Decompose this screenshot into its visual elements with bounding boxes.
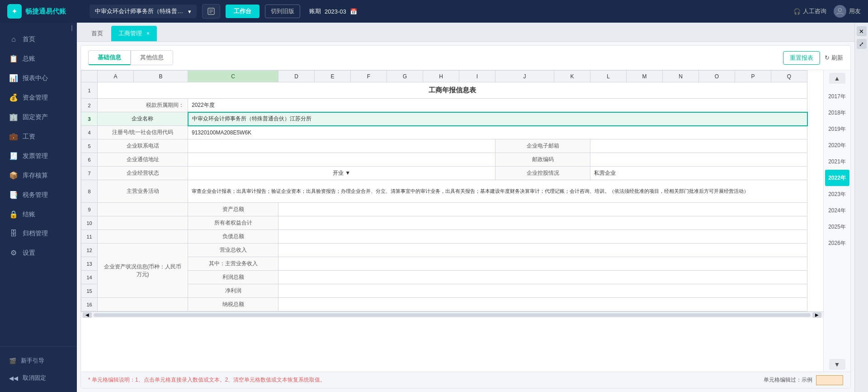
col-header-m[interactable]: M bbox=[627, 71, 663, 82]
spreadsheet-main[interactable]: A B C D E F G H I J K L bbox=[81, 70, 823, 372]
cell-10-val[interactable] bbox=[278, 216, 807, 230]
col-header-p[interactable]: P bbox=[735, 71, 771, 82]
sidebar-item-tax[interactable]: 📑 税务管理 bbox=[0, 185, 77, 205]
year-item-2017[interactable]: 2017年 bbox=[825, 88, 849, 105]
sidebar-item-settings[interactable]: ⚙ 设置 bbox=[0, 243, 77, 263]
cell-5-email[interactable] bbox=[590, 139, 807, 153]
year-item-2026[interactable]: 2026年 bbox=[825, 235, 849, 251]
scroll-track[interactable] bbox=[94, 313, 811, 317]
year-nav-up[interactable]: ▲ bbox=[829, 73, 845, 84]
col-header-h[interactable]: H bbox=[423, 71, 459, 82]
col-header-g[interactable]: G bbox=[387, 71, 423, 82]
cell-10-ab[interactable] bbox=[98, 216, 188, 230]
scroll-right-btn[interactable]: ▶ bbox=[812, 312, 821, 318]
cell-12-c[interactable]: 营业总收入 bbox=[188, 244, 278, 257]
subtab-other[interactable]: 其他信息 bbox=[131, 50, 173, 65]
year-item-2021[interactable]: 2021年 bbox=[825, 153, 849, 170]
cell-6-zip-label[interactable]: 邮政编码 bbox=[495, 153, 590, 167]
sidebar-item-archive[interactable]: 🗄 归档管理 bbox=[0, 224, 77, 243]
user-area[interactable]: 用友 bbox=[834, 5, 861, 18]
col-header-n[interactable]: N bbox=[663, 71, 699, 82]
cell-11-ab[interactable] bbox=[98, 230, 188, 244]
cell-13-val[interactable] bbox=[278, 257, 807, 271]
workbench-button[interactable]: 工作台 bbox=[226, 5, 259, 18]
cell-10-c[interactable]: 所有者权益合计 bbox=[188, 216, 278, 230]
year-item-2024[interactable]: 2024年 bbox=[825, 202, 849, 219]
cell-6-zip[interactable] bbox=[590, 153, 807, 167]
cell-13-c[interactable]: 其中：主营业务收入 bbox=[188, 257, 278, 271]
sidebar-item-unpin[interactable]: ◀◀ 取消固定 bbox=[0, 369, 77, 387]
sidebar-item-inventory[interactable]: 📦 库存核算 bbox=[0, 166, 77, 185]
cell-9-ab[interactable] bbox=[98, 203, 188, 216]
cell-6-addr[interactable] bbox=[188, 153, 495, 167]
year-item-2019[interactable]: 2019年 bbox=[825, 121, 849, 137]
col-header-l[interactable]: L bbox=[590, 71, 627, 82]
cell-12-a[interactable]: 企业资产状况信息(币种：人民币万元) bbox=[98, 244, 188, 298]
col-header-i[interactable]: I bbox=[459, 71, 495, 82]
col-header-a[interactable]: A bbox=[98, 71, 134, 82]
cell-7-ab[interactable]: 企业经营状态 bbox=[98, 167, 188, 180]
refresh-button[interactable]: ↻ 刷新 bbox=[825, 54, 843, 62]
cell-3-name[interactable]: 中审众环会计师事务所（特殊普通合伙）江苏分所 bbox=[188, 112, 807, 126]
subtab-basic[interactable]: 基础信息 bbox=[88, 50, 131, 65]
cell-14-val[interactable] bbox=[278, 271, 807, 284]
scroll-left-btn[interactable]: ◀ bbox=[83, 312, 92, 318]
year-item-2020[interactable]: 2020年 bbox=[825, 137, 849, 153]
cell-11-val[interactable] bbox=[278, 230, 807, 244]
sidebar-item-home[interactable]: ⌂ 首页 bbox=[0, 30, 77, 49]
cell-8-biz[interactable]: 审查企业会计报表；出具审计报告；验证企业资本；出具验资报告；办理企业合并、分立、… bbox=[188, 180, 807, 203]
col-header-e[interactable]: E bbox=[315, 71, 351, 82]
tab-close-button[interactable]: × bbox=[146, 30, 150, 37]
sidebar-item-wages[interactable]: 💼 工资 bbox=[0, 127, 77, 146]
col-header-b[interactable]: B bbox=[134, 71, 188, 82]
cell-9-val[interactable] bbox=[278, 203, 807, 216]
cell-7-holding[interactable]: 私营企业 bbox=[590, 167, 807, 180]
cell-14-c[interactable]: 利润总额 bbox=[188, 271, 278, 284]
year-nav-down[interactable]: ▼ bbox=[829, 359, 845, 370]
col-header-c[interactable]: C bbox=[188, 71, 278, 82]
cell-4-code[interactable]: 91320100MA208E5W6K bbox=[188, 126, 807, 139]
cell-16-c[interactable]: 纳税总额 bbox=[188, 298, 278, 311]
tab-active[interactable]: 工商管理 × bbox=[111, 26, 157, 41]
sidebar-item-close[interactable]: 🔒 结账 bbox=[0, 205, 77, 224]
year-item-2022[interactable]: 2022年 bbox=[825, 170, 849, 186]
col-header-o[interactable]: O bbox=[699, 71, 735, 82]
old-version-button[interactable]: 切到旧版 bbox=[265, 5, 300, 18]
cell-5-ab[interactable]: 企业联系电话 bbox=[98, 139, 188, 153]
cell-12-val[interactable] bbox=[278, 244, 807, 257]
consult-button[interactable]: 🎧 人工咨询 bbox=[793, 7, 826, 15]
cell-7-status[interactable]: 开业 ▼ bbox=[188, 167, 495, 180]
col-header-d[interactable]: D bbox=[278, 71, 315, 82]
tab-home[interactable]: 首页 bbox=[84, 26, 110, 41]
sidebar-item-assets[interactable]: 🏢 固定资产 bbox=[0, 107, 77, 127]
cell-3-ab[interactable]: 企业名称 bbox=[98, 112, 188, 126]
cell-title[interactable]: 工商年报信息表 bbox=[98, 82, 807, 99]
cell-2-ab[interactable]: 税款所属期间： bbox=[98, 99, 188, 112]
sidebar-item-fund[interactable]: 💰 资金管理 bbox=[0, 88, 77, 107]
sidebar-item-report[interactable]: 📊 报表中心 bbox=[0, 68, 77, 88]
cell-15-c[interactable]: 净利润 bbox=[188, 284, 278, 298]
col-header-f[interactable]: F bbox=[351, 71, 387, 82]
col-header-j[interactable]: J bbox=[495, 71, 554, 82]
horizontal-scrollbar[interactable]: ◀ ▶ bbox=[81, 311, 823, 318]
year-item-2025[interactable]: 2025年 bbox=[825, 219, 849, 235]
sidebar-item-guide[interactable]: 🎬 新手引导 bbox=[0, 352, 77, 369]
company-selector[interactable]: 中审众环会计师事务所（特殊普通合伙... ▾ bbox=[90, 5, 197, 18]
year-item-2018[interactable]: 2018年 bbox=[825, 105, 849, 121]
col-header-k[interactable]: K bbox=[554, 71, 590, 82]
calendar-icon[interactable]: 📅 bbox=[350, 8, 357, 15]
company-icon-btn[interactable] bbox=[202, 4, 220, 19]
reset-button[interactable]: 重置报表 bbox=[783, 51, 820, 65]
cell-9-c[interactable]: 资产总额 bbox=[188, 203, 278, 216]
cell-2-rest[interactable]: 2022年度 bbox=[188, 99, 807, 112]
cell-15-val[interactable] bbox=[278, 284, 807, 298]
expand-panel-btn[interactable]: ⤢ bbox=[857, 39, 867, 49]
cell-11-c[interactable]: 负债总额 bbox=[188, 230, 278, 244]
cell-5-phone[interactable] bbox=[188, 139, 495, 153]
cell-16-val[interactable] bbox=[278, 298, 807, 311]
cell-16-ab[interactable] bbox=[98, 298, 188, 311]
col-header-q[interactable]: Q bbox=[771, 71, 807, 82]
cell-8-ab[interactable]: 主营业务活动 bbox=[98, 180, 188, 203]
cell-6-ab[interactable]: 企业通信地址 bbox=[98, 153, 188, 167]
cell-4-ab[interactable]: 注册号/统一社会信用代码 bbox=[98, 126, 188, 139]
